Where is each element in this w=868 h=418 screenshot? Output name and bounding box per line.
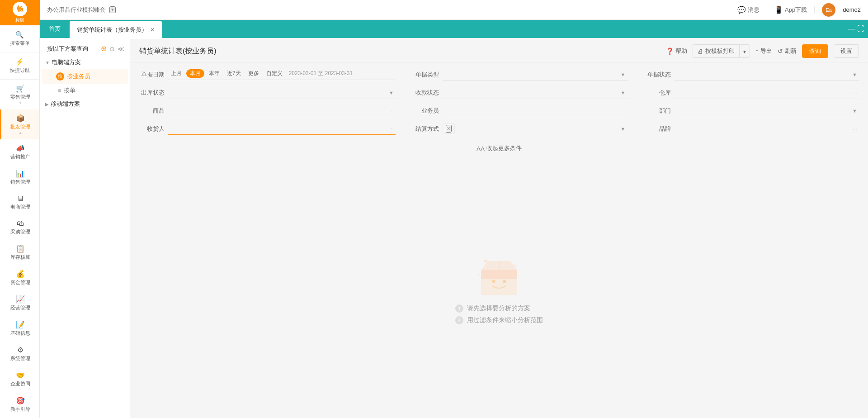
tab-close-icon[interactable]: ✕ — [150, 27, 155, 33]
settings-button[interactable]: 设置 — [834, 44, 859, 58]
date-filter-item: 单据日期 上月 本月 本年 近7天 更多 自定义 2023-03-01 至 20… — [139, 69, 396, 80]
help-button[interactable]: ❓ 帮助 — [666, 47, 687, 55]
sidebar-item-sales[interactable]: 📊 销售管理 — [0, 165, 39, 190]
tip-text-1: 请先选择要分析的方案 — [467, 304, 530, 313]
page-title: 销货单统计表(按业务员) — [139, 47, 217, 56]
goods-control[interactable]: ··· — [168, 104, 396, 117]
current-tab-label: 销货单统计表（按业务员） — [77, 26, 147, 34]
svg-point-7 — [503, 280, 506, 283]
sidebar-item-marketing[interactable]: 📣 营销推广 — [0, 139, 39, 165]
breadcrumb-dropdown[interactable]: ▼ — [109, 6, 116, 13]
svg-point-6 — [492, 280, 495, 283]
scheme-collapse-button[interactable]: ≪ — [118, 45, 124, 52]
search-area: 🔍 搜索菜单 — [0, 25, 39, 52]
logo-text: 标版 — [15, 17, 24, 24]
message-button[interactable]: 💬 消息 — [737, 6, 760, 14]
app-download-label: App下载 — [785, 6, 807, 14]
payment-status-control[interactable]: ▼ — [443, 86, 627, 99]
settlement-tag-close[interactable]: ✕ — [446, 125, 452, 133]
collapse-button[interactable]: ⋀⋀ 收起更多条件 — [476, 144, 522, 152]
query-button[interactable]: 查询 — [802, 44, 828, 58]
sidebar-item-guide[interactable]: 🎯 新手引导 — [0, 392, 39, 417]
sidebar-item-inventory[interactable]: 📋 库存核算 — [0, 240, 39, 265]
brand-control[interactable]: ··· — [675, 123, 859, 135]
empty-illustration — [472, 252, 526, 297]
consignee-filter: 收货人 ··· — [139, 123, 396, 135]
user-name: demo2 — [843, 6, 861, 13]
out-status-label: 出库状态 — [139, 89, 168, 97]
quick-nav-button[interactable]: ⚡ 快捷导航 — [0, 55, 39, 76]
scheme-group-arrow-down: ▼ — [45, 60, 50, 65]
sidebar-item-finance[interactable]: 💰 资金管理 — [0, 265, 39, 290]
refresh-icon: ↺ — [778, 48, 783, 55]
scheme-add-button[interactable]: ⊕ — [101, 44, 107, 53]
home-tab[interactable]: 首页 — [40, 20, 70, 38]
query-label: 查询 — [809, 47, 821, 55]
retail-icon: 🛒 — [16, 84, 25, 93]
tip-num-1: 1 — [455, 304, 463, 313]
dept-filter: 部门 ▼ — [646, 104, 859, 117]
tab-minimize-button[interactable]: — — [848, 25, 855, 33]
salesman-label: 业务员 — [414, 107, 443, 115]
scheme-item-by-order[interactable]: ≡ 按单 — [40, 84, 130, 97]
dept-control[interactable]: ▼ — [675, 104, 859, 117]
date-tab-last-month[interactable]: 上月 — [168, 69, 184, 78]
scheme-group-pc-title[interactable]: ▼ 电脑端方案 — [40, 56, 130, 69]
tip-num-2: 2 — [455, 316, 463, 324]
filter-row-1: 单据日期 上月 本月 本年 近7天 更多 自定义 2023-03-01 至 20… — [139, 68, 859, 81]
out-status-filter: 出库状态 ▼ — [139, 86, 396, 99]
consignee-control[interactable]: ··· — [168, 123, 396, 135]
scheme-group-mobile-title[interactable]: ▶ 移动端方案 — [40, 97, 130, 111]
goods-dots: ··· — [389, 108, 394, 114]
tab-fullscreen-button[interactable]: ⛶ — [857, 25, 864, 33]
refresh-button[interactable]: ↺ 刷新 — [778, 47, 797, 55]
scheme-item-salesman-label: 按业务员 — [67, 72, 90, 81]
print-button[interactable]: 🖨 按模板打印 — [693, 44, 739, 58]
scheme-group-mobile: ▶ 移动端方案 — [40, 97, 130, 111]
user-avatar[interactable]: Ea — [822, 3, 835, 17]
scheme-group-arrow-right: ▶ — [45, 102, 49, 107]
date-tab-custom[interactable]: 自定义 — [264, 69, 285, 78]
scheme-edit-button[interactable]: ⊙ — [109, 45, 115, 52]
search-menu-button[interactable]: 🔍 搜索菜单 — [0, 28, 39, 49]
filter-section: 单据日期 上月 本月 本年 近7天 更多 自定义 2023-03-01 至 20… — [130, 63, 868, 158]
scheme-item-by-salesman[interactable]: 按 按业务员 — [42, 69, 128, 84]
quick-nav-icon: ⚡ — [15, 58, 24, 66]
sidebar-item-operations[interactable]: 📈 经营管理 — [0, 290, 39, 316]
salesman-control[interactable]: ··· — [443, 104, 627, 117]
sidebar-item-collab[interactable]: 🤝 企业协同 — [0, 366, 39, 392]
current-tab[interactable]: 销货单统计表（按业务员） ✕ — [70, 21, 162, 39]
warehouse-label: 仓库 — [646, 89, 675, 97]
out-status-control[interactable]: ▼ — [168, 86, 396, 99]
doc-type-control[interactable]: ▼ — [443, 68, 627, 81]
tab-bar: 首页 销货单统计表（按业务员） ✕ — ⛶ — [40, 20, 868, 38]
filter-row-2: 出库状态 ▼ 收款状态 ▼ 仓库 ··· — [139, 86, 859, 99]
date-tab-more[interactable]: 更多 — [245, 69, 262, 78]
sidebar-item-base[interactable]: 📝 基础信息 — [0, 316, 39, 341]
warehouse-control[interactable]: ··· — [675, 86, 859, 99]
help-icon: ❓ — [666, 48, 674, 55]
sidebar-item-system[interactable]: ⚙ 系统管理 — [0, 341, 39, 366]
payment-status-label: 收款状态 — [414, 89, 443, 97]
divider2 — [814, 6, 815, 14]
scheme-panel: 按以下方案查询 ⊕ ⊙ ≪ ▼ 电脑端方案 按 按业务员 ≡ — [40, 38, 130, 418]
date-tab-7days[interactable]: 近7天 — [224, 69, 244, 78]
tab-right-buttons: — ⛶ — [848, 25, 868, 33]
message-label: 消息 — [748, 6, 760, 14]
sidebar-item-wholesale[interactable]: 📦 批发管理 ▲ — [0, 109, 39, 139]
print-label: 按模板打印 — [705, 47, 735, 55]
print-dropdown-button[interactable]: ▼ — [739, 44, 750, 58]
sidebar-item-retail[interactable]: 🛒 零售管理 ▼ — [0, 80, 39, 109]
sidebar-item-ecom[interactable]: 🖥 电商管理 — [0, 190, 39, 215]
search-icon: 🔍 — [15, 31, 24, 39]
doc-status-control[interactable]: ▼ — [675, 68, 859, 81]
sidebar-item-purchase[interactable]: 🛍 采购管理 — [0, 215, 39, 240]
date-tab-current-year[interactable]: 本年 — [206, 69, 222, 78]
export-button[interactable]: ↑ 导出 — [755, 47, 772, 55]
date-tab-current-month[interactable]: 本月 — [186, 69, 204, 78]
dept-label: 部门 — [646, 107, 675, 115]
app-download-button[interactable]: 📱 App下载 — [774, 6, 807, 14]
empty-state: 1 请先选择要分析的方案 2 用过滤条件来缩小分析范围 — [130, 158, 868, 418]
app-logo[interactable]: 畅 标版 — [0, 0, 40, 25]
settlement-label: 结算方式 — [414, 125, 443, 133]
